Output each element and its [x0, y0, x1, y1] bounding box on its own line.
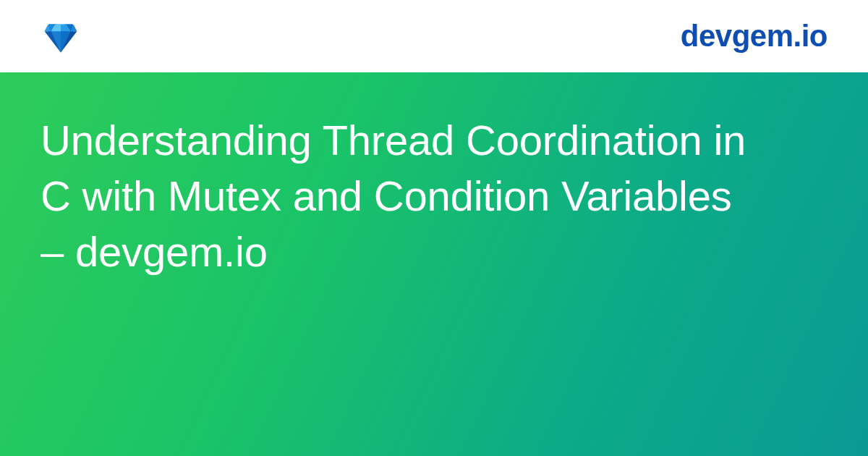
hero-banner: Understanding Thread Coordination in C w… — [0, 72, 868, 456]
page-title: Understanding Thread Coordination in C w… — [41, 112, 749, 279]
gem-icon — [41, 16, 81, 56]
header-bar: devgem.io — [0, 0, 868, 72]
brand-name: devgem.io — [681, 19, 827, 54]
